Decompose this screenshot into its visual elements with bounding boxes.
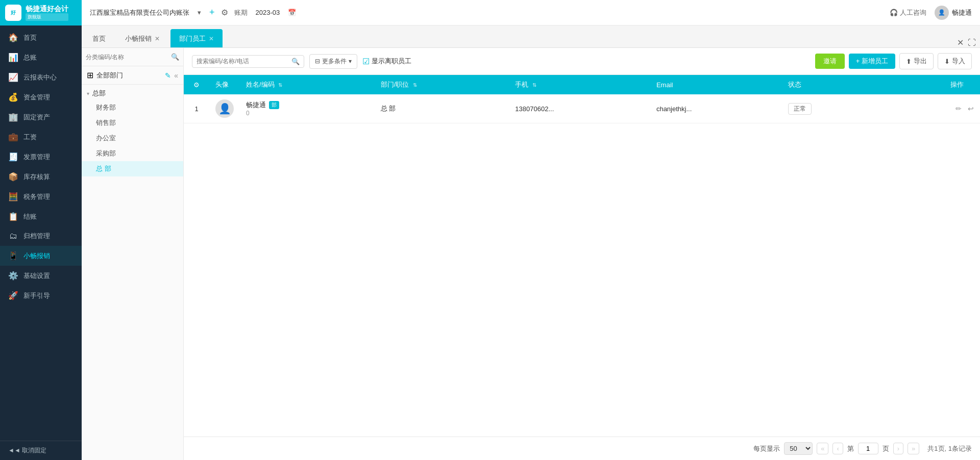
sidebar-item-assets[interactable]: 🏢 固定资产: [0, 107, 82, 127]
tab-dept-employee[interactable]: 部门员工 ✕: [170, 29, 223, 47]
filter-icon: ⊟: [315, 58, 320, 65]
invite-button[interactable]: 邀请: [815, 54, 845, 69]
sidebar-item-tax[interactable]: 🧮 税务管理: [0, 187, 82, 207]
sidebar-item-home[interactable]: 🏠 首页: [0, 28, 82, 47]
invoice-icon: 🧾: [8, 152, 18, 162]
import-button[interactable]: ⬇ 导入: [938, 53, 972, 69]
tab-home[interactable]: 首页: [84, 29, 114, 47]
employee-name: 畅捷通: [246, 100, 266, 110]
page-text-label: 第: [847, 444, 854, 453]
add-employee-button[interactable]: + 新增员工: [849, 54, 895, 69]
page-number-input[interactable]: [858, 443, 878, 454]
dept-root-label: 总部: [92, 89, 106, 98]
col-settings[interactable]: ⚙: [184, 75, 209, 94]
dept-item-finance[interactable]: 财务部: [82, 100, 183, 115]
sidebar-item-label: 结账: [23, 212, 37, 221]
col-dept[interactable]: 部门/职位 ⇅: [375, 75, 509, 94]
dept-search-input[interactable]: [86, 54, 168, 61]
sidebar-item-payroll[interactable]: 💼 工资: [0, 127, 82, 147]
dept-edit-icon[interactable]: ✎: [165, 71, 171, 80]
first-page-icon: «: [821, 445, 824, 452]
dept-general-label: 总 部: [96, 165, 111, 172]
dept-all-departments[interactable]: ⊞ 全部部门 ✎ «: [82, 66, 183, 85]
per-page-select[interactable]: 50 20 100: [784, 442, 813, 455]
service-button[interactable]: 🎧 人工咨询: [890, 8, 926, 17]
company-dropdown-icon[interactable]: ▾: [198, 9, 201, 16]
archive-icon: 🗂: [8, 232, 18, 241]
home-icon: 🏠: [8, 33, 18, 42]
dept-item-purchase[interactable]: 采购部: [82, 146, 183, 161]
sidebar-item-reports[interactable]: 📈 云报表中心: [0, 67, 82, 87]
show-resigned-checkbox[interactable]: ☑ 显示离职员工: [362, 57, 411, 66]
row-dept-cell: 总 部: [375, 94, 509, 123]
dept-badge: 部: [269, 101, 279, 109]
headset-icon: 🎧: [890, 9, 898, 16]
sidebar-item-archive[interactable]: 🗂 归档管理: [0, 226, 82, 246]
tab-expense[interactable]: 小畅报销 ✕: [116, 29, 168, 47]
sidebar-item-label: 工资: [23, 133, 37, 142]
export-label: 导出: [914, 57, 927, 66]
last-page-icon: »: [912, 445, 915, 452]
export-button[interactable]: ⬆ 导出: [899, 53, 934, 69]
sidebar-item-label: 小畅报销: [23, 251, 50, 261]
last-page-button[interactable]: »: [908, 443, 919, 454]
sidebar-item-close[interactable]: 📋 结账: [0, 207, 82, 226]
row-no: 1: [184, 94, 209, 123]
row-action-cell: ✏ ↩: [881, 94, 980, 123]
fund-icon: 💰: [8, 92, 18, 102]
dept-collapse-icon[interactable]: «: [174, 71, 178, 80]
payroll-icon: 💼: [8, 132, 18, 142]
employee-search-input[interactable]: [197, 58, 288, 65]
checkbox-icon: ☑: [362, 57, 370, 66]
sidebar-item-inventory[interactable]: 📦 库存核算: [0, 167, 82, 187]
tab-dept-label: 部门员工: [179, 34, 206, 43]
sidebar-item-label: 首页: [23, 33, 37, 42]
tab-home-label: 首页: [92, 34, 106, 43]
sidebar-item-invoice[interactable]: 🧾 发票管理: [0, 147, 82, 167]
employee-search-icon[interactable]: 🔍: [291, 58, 300, 65]
sidebar-item-label: 发票管理: [23, 152, 50, 162]
first-page-button[interactable]: «: [817, 443, 828, 454]
ledger-icon: 📊: [8, 53, 18, 62]
col-name[interactable]: 姓名/编码 ⇅: [240, 75, 375, 94]
sidebar-item-fund[interactable]: 💰 资金管理: [0, 87, 82, 107]
settings-gear-icon[interactable]: ⚙: [221, 8, 228, 17]
dept-item-sales[interactable]: 销售部: [82, 115, 183, 131]
assets-icon: 🏢: [8, 112, 18, 122]
dept-item-office[interactable]: 办公室: [82, 131, 183, 146]
col-phone[interactable]: 手机 ⇅: [509, 75, 650, 94]
edit-employee-icon[interactable]: ✏: [955, 105, 962, 113]
tab-expense-close-icon[interactable]: ✕: [155, 35, 160, 42]
user-menu[interactable]: 👤 畅捷通: [935, 6, 972, 20]
filter-button[interactable]: ⊟ 更多条件 ▾: [309, 54, 357, 69]
dept-search-icon[interactable]: 🔍: [171, 53, 179, 61]
prev-page-icon: ‹: [837, 445, 839, 452]
sidebar-nav: 🏠 首页 📊 总账 📈 云报表中心 💰 资金管理 🏢 固定资产 💼 工资 🧾 发…: [0, 25, 82, 441]
dept-sales-label: 销售部: [96, 119, 116, 126]
user-avatar: 👤: [935, 6, 949, 20]
sidebar-item-settings[interactable]: ⚙️ 基础设置: [0, 266, 82, 286]
add-company-icon[interactable]: +: [209, 7, 215, 18]
tab-close-all-icon[interactable]: ✕: [957, 38, 964, 47]
sidebar-item-label: 固定资产: [23, 113, 50, 122]
topbar-right: 🎧 人工咨询 👤 畅捷通: [890, 6, 972, 20]
row-phone-cell: 138070602...: [509, 94, 650, 123]
sidebar-item-label: 基础设置: [23, 271, 50, 280]
prev-page-button[interactable]: ‹: [832, 443, 843, 454]
dept-group-root[interactable]: ▾ 总部: [82, 87, 183, 100]
calendar-icon[interactable]: 📅: [288, 9, 296, 16]
employee-panel: 🔍 ⊟ 更多条件 ▾ ☑ 显示离职员工 邀请 + 新增员工: [184, 48, 980, 460]
dept-item-general[interactable]: 总 部: [82, 161, 183, 176]
sidebar-item-label: 新手引导: [23, 291, 50, 300]
show-resigned-label: 显示离职员工: [372, 57, 411, 66]
next-page-button[interactable]: ›: [893, 443, 903, 454]
tab-dept-close-icon[interactable]: ✕: [209, 35, 214, 42]
tax-icon: 🧮: [8, 192, 18, 201]
logout-employee-icon[interactable]: ↩: [968, 105, 974, 113]
tab-expand-icon[interactable]: ⛶: [968, 38, 976, 47]
sidebar-item-ledger[interactable]: 📊 总账: [0, 47, 82, 67]
sidebar-unpin-button[interactable]: ◄◄ 取消固定: [0, 441, 82, 460]
sidebar-item-guide[interactable]: 🚀 新手引导: [0, 286, 82, 305]
sidebar-item-expense[interactable]: 📱 小畅报销: [0, 246, 82, 266]
content-area: 🔍 ⊞ 全部部门 ✎ « ▾ 总部 财务部 销售部: [82, 48, 980, 460]
